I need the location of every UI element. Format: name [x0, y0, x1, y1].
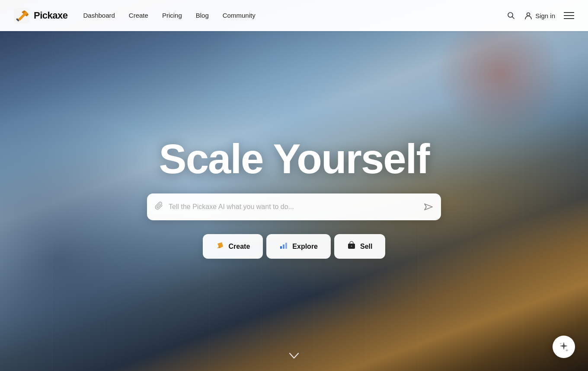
nav-link-pricing[interactable]: Pricing — [162, 12, 182, 19]
create-label: Create — [229, 243, 250, 251]
nav-link-community[interactable]: Community — [223, 12, 256, 19]
nav-link-dashboard[interactable]: Dashboard — [83, 12, 115, 19]
nav-item-blog[interactable]: Blog — [196, 12, 209, 19]
sparkle-icon — [559, 342, 569, 352]
nav-link-blog[interactable]: Blog — [196, 12, 209, 19]
paperclip-icon — [155, 202, 163, 212]
nav-item-pricing[interactable]: Pricing — [162, 12, 182, 19]
sell-icon — [347, 241, 356, 252]
nav-links: Dashboard Create Pricing Blog Community — [83, 12, 255, 19]
svg-point-12 — [351, 246, 352, 247]
nav-item-community[interactable]: Community — [223, 12, 256, 19]
explore-button[interactable]: Explore — [266, 234, 331, 259]
hero-content: Scale Yourself — [0, 112, 588, 259]
nav-left: Pickaxe Dashboard Create Pricing Blog Co… — [14, 8, 256, 23]
logo-link[interactable]: Pickaxe — [14, 8, 67, 23]
ai-prompt-input[interactable] — [169, 203, 419, 211]
create-icon — [216, 241, 224, 252]
explore-icon — [279, 241, 288, 252]
logo-icon — [14, 8, 29, 23]
nav-link-create[interactable]: Create — [129, 12, 148, 19]
svg-rect-8 — [280, 246, 282, 249]
hero-section: Scale Yourself — [0, 0, 588, 371]
navbar: Pickaxe Dashboard Create Pricing Blog Co… — [0, 0, 588, 31]
search-bar — [147, 193, 441, 220]
fab-assistant-button[interactable] — [553, 336, 575, 358]
explore-label: Explore — [292, 243, 318, 251]
svg-point-4 — [527, 13, 530, 16]
svg-rect-10 — [285, 243, 287, 249]
hamburger-icon — [564, 12, 574, 19]
nav-right: Sign in — [507, 11, 574, 20]
hero-title: Scale Yourself — [159, 138, 429, 180]
sign-in-button[interactable]: Sign in — [524, 11, 555, 20]
sign-in-label: Sign in — [535, 12, 555, 19]
search-button[interactable] — [507, 11, 515, 20]
nav-item-dashboard[interactable]: Dashboard — [83, 12, 115, 19]
brand-name: Pickaxe — [34, 10, 67, 21]
user-icon — [524, 11, 533, 20]
svg-rect-9 — [283, 244, 284, 249]
nav-item-create[interactable]: Create — [129, 12, 148, 19]
search-submit-button[interactable] — [424, 202, 433, 212]
create-button[interactable]: Create — [203, 234, 263, 259]
hero-action-buttons: Create Explore — [203, 234, 386, 259]
scroll-down-indicator[interactable] — [289, 350, 299, 361]
hamburger-menu-button[interactable] — [564, 12, 574, 19]
sell-button[interactable]: Sell — [334, 234, 385, 259]
send-icon — [424, 202, 433, 212]
sell-label: Sell — [360, 243, 372, 251]
svg-line-3 — [512, 17, 514, 19]
search-icon — [507, 11, 515, 20]
